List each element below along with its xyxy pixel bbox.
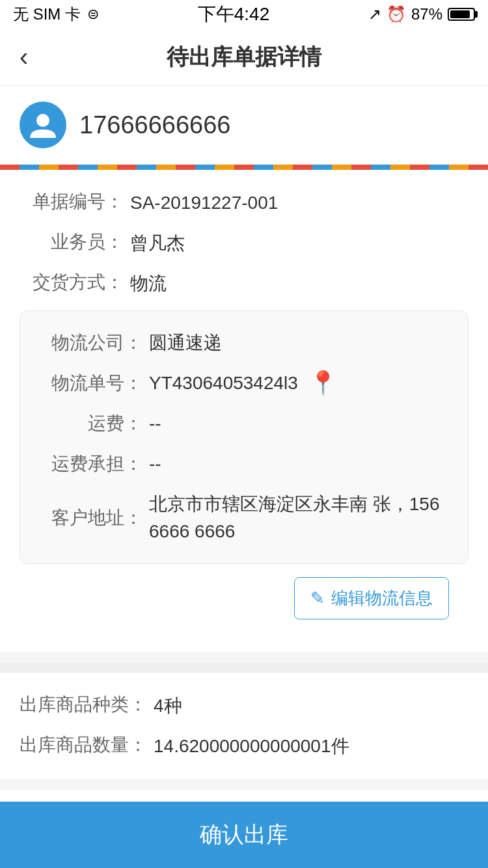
freight-value: -- bbox=[149, 410, 450, 437]
logistics-company-row: 物流公司： 圆通速递 bbox=[38, 329, 450, 357]
wifi-icon: ⊜ bbox=[87, 6, 99, 23]
edit-logistics-button[interactable]: ✎ 编辑物流信息 bbox=[294, 577, 449, 619]
status-left: 无 SIM 卡 ⊜ bbox=[13, 4, 99, 25]
alarm-icon: ⏰ bbox=[386, 5, 406, 23]
logistics-company-label: 物流公司： bbox=[38, 331, 142, 355]
freight-bearer-label: 运费承担： bbox=[38, 452, 142, 476]
section-divider bbox=[0, 662, 488, 673]
tracking-no-value-wrap: YT43064053424l3 📍 bbox=[149, 370, 338, 397]
logistics-card: 物流公司： 圆通速递 物流单号： YT43064053424l3 📍 运费： -… bbox=[20, 310, 468, 564]
edit-logistics-btn-wrap: ✎ 编辑物流信息 bbox=[20, 577, 468, 632]
nav-bar: ‹ 待出库单据详情 bbox=[0, 29, 488, 86]
freight-bearer-value: -- bbox=[149, 450, 450, 478]
freight-bearer-row: 运费承担： -- bbox=[38, 450, 450, 478]
battery-percent: 87% bbox=[411, 5, 442, 23]
order-no-row: 单据编号： SA-20191227-001 bbox=[20, 189, 468, 217]
battery-fill bbox=[450, 10, 470, 18]
dash-divider bbox=[0, 165, 488, 170]
salesperson-value: 曾凡杰 bbox=[130, 230, 468, 257]
address-row: 客户地址： 北京市市辖区海淀区永丰南 张，156 6666 6666 bbox=[38, 491, 450, 545]
tracking-no-row: 物流单号： YT43064053424l3 📍 bbox=[38, 370, 450, 397]
page-title: 待出库单据详情 bbox=[167, 42, 321, 72]
salesperson-row: 业务员： 曾凡杰 bbox=[20, 230, 468, 257]
user-icon bbox=[27, 109, 59, 141]
customer-header: 17666666666 bbox=[0, 86, 488, 165]
delivery-method-label: 交货方式： bbox=[20, 270, 124, 295]
order-no-label: 单据编号： bbox=[20, 189, 124, 214]
edit-logistics-label: 编辑物流信息 bbox=[331, 587, 433, 610]
tracking-no-value: YT43064053424l3 bbox=[149, 373, 298, 394]
tracking-location-icon[interactable]: 📍 bbox=[308, 370, 338, 397]
svg-point-0 bbox=[36, 114, 49, 127]
goods-type-value: 4种 bbox=[154, 692, 468, 720]
goods-quantity-label: 出库商品数量： bbox=[20, 733, 147, 757]
delivery-method-row: 交货方式： 物流 bbox=[20, 270, 468, 297]
delivery-method-value: 物流 bbox=[130, 270, 468, 297]
status-time: 下午4:42 bbox=[198, 2, 270, 27]
goods-type-row: 出库商品种类： 4种 bbox=[20, 692, 468, 720]
confirm-outbound-button[interactable]: 确认出库 bbox=[0, 820, 488, 850]
address-label: 客户地址： bbox=[38, 506, 142, 530]
status-right: ↗ ⏰ 87% bbox=[368, 5, 475, 23]
goods-quantity-value: 14.620000000000001件 bbox=[154, 733, 468, 760]
customer-avatar bbox=[20, 102, 66, 148]
edit-icon: ✎ bbox=[310, 588, 325, 608]
carrier-text: 无 SIM 卡 bbox=[13, 4, 81, 25]
status-bar: 无 SIM 卡 ⊜ 下午4:42 ↗ ⏰ 87% bbox=[0, 0, 488, 29]
back-button[interactable]: ‹ bbox=[20, 42, 28, 72]
freight-row: 运费： -- bbox=[38, 410, 450, 437]
battery-icon bbox=[448, 8, 475, 21]
goods-quantity-row: 出库商品数量： 14.620000000000001件 bbox=[20, 733, 468, 760]
freight-label: 运费： bbox=[38, 411, 142, 436]
order-info-section: 单据编号： SA-20191227-001 业务员： 曾凡杰 交货方式： 物流 … bbox=[0, 170, 488, 652]
salesperson-label: 业务员： bbox=[20, 230, 124, 254]
order-no-value: SA-20191227-001 bbox=[130, 189, 468, 217]
goods-type-label: 出库商品种类： bbox=[20, 692, 147, 717]
location-status-icon: ↗ bbox=[368, 5, 381, 23]
confirm-btn-wrap: 确认出库 bbox=[0, 802, 488, 868]
goods-section: 出库商品种类： 4种 出库商品数量： 14.620000000000001件 bbox=[0, 673, 488, 780]
tracking-no-label: 物流单号： bbox=[38, 371, 142, 396]
customer-phone: 17666666666 bbox=[79, 111, 230, 139]
address-value: 北京市市辖区海淀区永丰南 张，156 6666 6666 bbox=[149, 491, 450, 545]
logistics-company-value: 圆通速递 bbox=[149, 329, 450, 357]
